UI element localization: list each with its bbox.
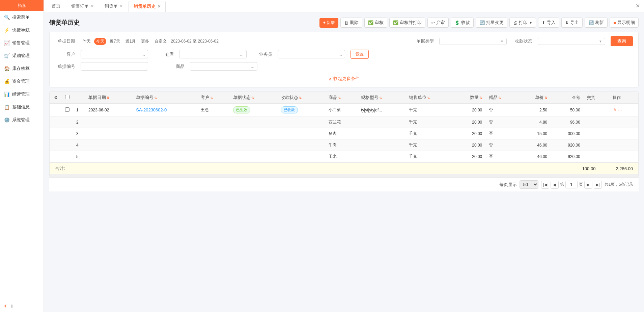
tab-sales-history-close[interactable]: ✕ bbox=[158, 4, 161, 9]
tab-sales-history[interactable]: 销货单历史 ✕ bbox=[129, 1, 166, 12]
row-unit: 千克 bbox=[405, 116, 453, 128]
doc-num-input[interactable] bbox=[81, 62, 148, 71]
customer-select[interactable]: ... bbox=[81, 50, 148, 58]
audit-button[interactable]: ✅ 审核 bbox=[364, 18, 387, 28]
sidebar-item-purchase-mgmt[interactable]: 🛒 采购管理 bbox=[0, 49, 44, 62]
warehouse-select[interactable]: ... bbox=[179, 50, 247, 58]
row-checkbox[interactable] bbox=[62, 151, 73, 162]
print-button[interactable]: 🖨 打印 ▼ bbox=[509, 18, 536, 28]
sidebar-item-basic-info[interactable]: 📋 基础信息 bbox=[0, 101, 44, 113]
row-amount: 920.00 bbox=[551, 151, 584, 162]
refresh-button[interactable]: 🔃 刷新 bbox=[585, 18, 608, 28]
tab-sales-order-close[interactable]: ✕ bbox=[91, 4, 94, 8]
row-checkbox[interactable] bbox=[62, 104, 73, 116]
import-button[interactable]: ⬆ 导入 bbox=[538, 18, 559, 28]
refresh-icon: 🔃 bbox=[588, 20, 594, 25]
col-unit-price[interactable]: 单价⇅ bbox=[518, 92, 551, 104]
horizontal-scrollbar[interactable] bbox=[50, 174, 638, 177]
collapse-bar[interactable]: ∧ 收起更多条件 bbox=[55, 74, 633, 83]
search-icon: 🔍 bbox=[4, 15, 9, 20]
sidebar-item-operations[interactable]: 📊 经营管理 bbox=[0, 88, 44, 101]
prev-page-button[interactable]: ◀ bbox=[551, 181, 559, 189]
col-doc-status[interactable]: 单据状态⇅ bbox=[230, 92, 277, 104]
select-all-checkbox[interactable] bbox=[65, 95, 69, 99]
tab-sales-goods[interactable]: 销货单 ✕ bbox=[100, 1, 128, 11]
sidebar-item-quick-nav[interactable]: ⚡ 快捷导航 bbox=[0, 24, 44, 36]
sidebar-item-search-menu[interactable]: 🔍 搜索菜单 bbox=[0, 11, 44, 24]
page-label: 第 bbox=[560, 182, 564, 187]
batch-change-button[interactable]: 🔄 批量变更 bbox=[476, 18, 507, 28]
tab-home[interactable]: 首页 bbox=[47, 1, 65, 11]
goods-select[interactable]: ... bbox=[190, 62, 257, 71]
sidebar-bottom-icon1[interactable]: ☀ bbox=[3, 304, 7, 309]
row-spec bbox=[358, 128, 405, 139]
salesperson-select[interactable]: ... bbox=[278, 50, 345, 58]
sidebar-item-finance[interactable]: 💰 资金管理 bbox=[0, 75, 44, 88]
edit-action-button[interactable]: ✎ bbox=[613, 107, 617, 113]
show-detail-button[interactable]: ■ 显示明细 bbox=[610, 18, 639, 28]
row-checkbox[interactable] bbox=[62, 116, 73, 128]
warehouse-dots[interactable]: ... bbox=[240, 52, 244, 57]
row-doc-status: 已生效 bbox=[230, 104, 277, 116]
date-shortcut-today[interactable]: 今天 bbox=[94, 38, 106, 45]
salesperson-dots[interactable]: ... bbox=[338, 52, 342, 57]
per-page-select[interactable]: 50 100 200 bbox=[520, 180, 538, 189]
goods-dots[interactable]: ... bbox=[251, 64, 254, 69]
row-qty: 20.00 bbox=[453, 128, 485, 139]
first-page-button[interactable]: |◀ bbox=[541, 181, 549, 189]
collect-button[interactable]: 💲 收款 bbox=[451, 18, 474, 28]
next-page-button[interactable]: ▶ bbox=[584, 181, 592, 189]
date-shortcut-more[interactable]: 更多 bbox=[139, 38, 151, 45]
col-goods[interactable]: 商品⇅ bbox=[325, 92, 358, 104]
col-settings[interactable]: ⚙ bbox=[50, 92, 62, 104]
sidebar-item-inventory[interactable]: 🏠 库存核算 bbox=[0, 62, 44, 75]
inventory-icon: 🏠 bbox=[4, 66, 9, 71]
set-button[interactable]: 设置 bbox=[351, 50, 369, 59]
tab-sales-order[interactable]: 销售订单 ✕ bbox=[66, 1, 99, 11]
col-doc-num[interactable]: 单据编号⇅ bbox=[133, 92, 197, 104]
row-gift: 否 bbox=[485, 104, 518, 116]
col-customer[interactable]: 客户⇅ bbox=[197, 92, 230, 104]
collect-status-select[interactable]: ▼ bbox=[538, 38, 605, 45]
row-checkbox[interactable] bbox=[62, 128, 73, 139]
more-action-button[interactable]: ⋯ bbox=[617, 107, 623, 113]
doc-type-select[interactable]: ▼ bbox=[439, 38, 507, 45]
col-qty[interactable]: 数量⇅ bbox=[453, 92, 485, 104]
sidebar-bottom: ☀ ⏸ bbox=[0, 300, 44, 312]
sidebar-item-label: 基础信息 bbox=[12, 104, 30, 110]
discard-button[interactable]: ↩ 弃审 bbox=[427, 18, 449, 28]
col-qty-label: 数量 bbox=[470, 95, 479, 100]
col-collect-status[interactable]: 收款状态⇅ bbox=[277, 92, 325, 104]
page-input[interactable] bbox=[565, 181, 578, 188]
page-nav: |◀ ◀ 第 页 ▶ ▶| bbox=[541, 181, 602, 189]
row-unit-price: 15.00 bbox=[518, 128, 551, 139]
date-shortcut-7days[interactable]: 近7天 bbox=[108, 38, 122, 45]
audit-print-button[interactable]: ✅ 审核并打印 bbox=[389, 18, 425, 28]
sidebar-bottom-icon2[interactable]: ⏸ bbox=[10, 304, 15, 309]
last-page-button[interactable]: ▶| bbox=[594, 181, 602, 189]
close-all-tabs[interactable]: ✕ bbox=[634, 1, 641, 10]
row-spec bbox=[358, 116, 405, 128]
row-unit-price: 4.80 bbox=[518, 116, 551, 128]
row-doc-num-link[interactable]: SA-20230602-0 bbox=[136, 107, 167, 112]
row-checkbox[interactable] bbox=[62, 139, 73, 151]
col-checkbox[interactable] bbox=[62, 92, 73, 104]
col-gift[interactable]: 赠品⇅ bbox=[485, 92, 518, 104]
col-unit-label: 销售单位 bbox=[409, 95, 426, 100]
new-button[interactable]: + 新增 bbox=[319, 18, 338, 28]
customer-dots[interactable]: ... bbox=[141, 52, 145, 57]
row-action bbox=[609, 128, 638, 139]
query-button[interactable]: 查询 bbox=[611, 36, 633, 46]
delete-button[interactable]: 🗑 删除 bbox=[340, 18, 362, 28]
sidebar-item-sales-mgmt[interactable]: 📈 销售管理 bbox=[0, 36, 44, 49]
col-unit[interactable]: 销售单位⇅ bbox=[405, 92, 453, 104]
col-spec[interactable]: 规格型号⇅ bbox=[358, 92, 405, 104]
date-shortcut-yesterday[interactable]: 昨天 bbox=[81, 38, 93, 45]
col-doc-date[interactable]: 单据日期⇅ bbox=[85, 92, 133, 104]
export-button[interactable]: ⬇ 导出 bbox=[561, 18, 583, 28]
date-shortcut-custom[interactable]: 自定义 bbox=[152, 38, 169, 45]
sidebar-item-system-mgmt[interactable]: ⚙️ 系统管理 bbox=[0, 113, 44, 126]
tab-sales-goods-close[interactable]: ✕ bbox=[120, 4, 123, 8]
col-doc-num-label: 单据编号 bbox=[136, 95, 153, 100]
date-shortcut-1month[interactable]: 近1月 bbox=[123, 38, 138, 45]
